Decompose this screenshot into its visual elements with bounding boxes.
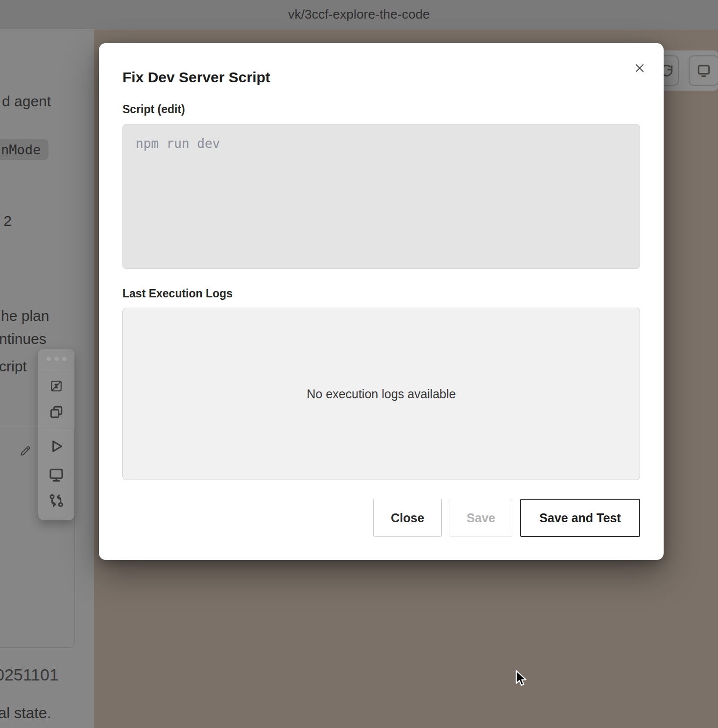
dialog-footer: Close Save Save and Test	[122, 499, 640, 537]
format-disabled-button[interactable]	[38, 379, 74, 393]
chat-text-fragment: y 2	[0, 213, 12, 229]
screen-button[interactable]	[38, 466, 74, 483]
pencil-icon	[19, 444, 32, 458]
save-button-disabled[interactable]: Save	[450, 499, 512, 537]
chat-text-fragment: ntinues	[0, 331, 47, 347]
screen-view-button[interactable]	[689, 55, 718, 86]
script-section-label: Script (edit)	[122, 102, 640, 116]
edit-button[interactable]	[19, 444, 32, 458]
fix-dev-server-dialog: Fix Dev Server Script Script (edit) Last…	[99, 43, 664, 560]
chat-text-fragment: he plan	[1, 308, 49, 324]
monitor-icon	[48, 466, 65, 483]
mouse-cursor	[514, 669, 528, 688]
copy-icon	[48, 404, 64, 420]
run-id-fragment: 0251101	[0, 665, 59, 684]
logs-empty-message: No execution logs available	[307, 387, 455, 401]
chat-text-fragment: al state.	[0, 704, 51, 722]
logs-section-label: Last Execution Logs	[122, 287, 640, 300]
git-compare-icon	[48, 493, 64, 509]
script-input[interactable]	[122, 124, 640, 269]
chat-text-fragment: d agent	[2, 93, 51, 110]
code-badge: nMode	[0, 139, 48, 160]
git-compare-button[interactable]	[38, 493, 74, 509]
screen: vk/3ccf-explore-the-code d agent nMod	[0, 0, 718, 728]
drag-handle-icon[interactable]	[38, 357, 74, 361]
copy-button[interactable]	[38, 404, 74, 420]
close-dialog-button[interactable]	[632, 61, 647, 75]
toolbar-divider	[42, 429, 71, 429]
monitor-icon	[696, 63, 712, 78]
run-button[interactable]	[38, 438, 74, 455]
chat-text-fragment: cript	[0, 358, 27, 375]
window-titlebar: vk/3ccf-explore-the-code	[0, 0, 718, 29]
close-icon	[633, 61, 646, 75]
close-button[interactable]: Close	[373, 499, 442, 537]
save-and-test-button[interactable]: Save and Test	[520, 499, 640, 537]
execution-logs-box: No execution logs available	[122, 308, 640, 480]
dialog-title: Fix Dev Server Script	[122, 43, 640, 86]
play-icon	[48, 438, 65, 455]
floating-tool-palette	[38, 349, 74, 520]
toolbar-divider	[42, 371, 71, 371]
window-title: vk/3ccf-explore-the-code	[288, 7, 430, 22]
format-disabled-icon	[49, 379, 64, 393]
